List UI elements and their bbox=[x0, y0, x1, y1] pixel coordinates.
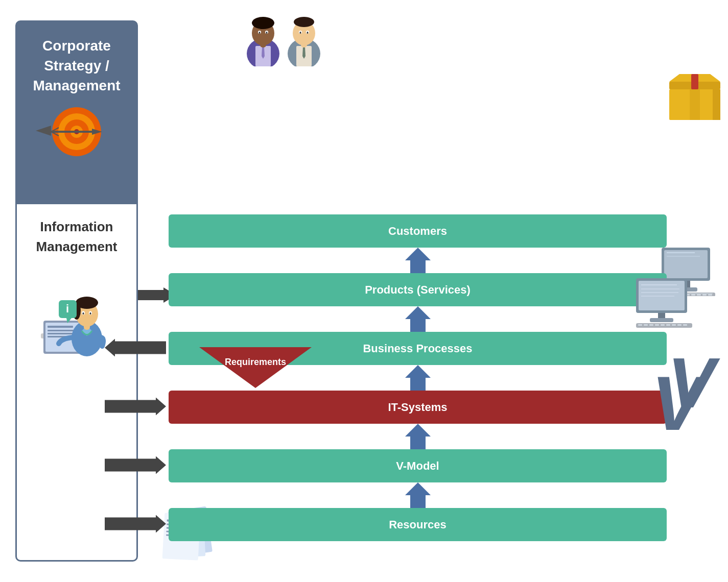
svg-marker-9 bbox=[36, 126, 51, 136]
svg-rect-72 bbox=[702, 294, 707, 296]
svg-rect-119 bbox=[672, 324, 676, 326]
v-letter-overlay: V bbox=[651, 365, 702, 442]
svg-marker-94 bbox=[405, 306, 431, 332]
target-icon bbox=[51, 106, 102, 157]
arrow-up-5 bbox=[169, 482, 667, 508]
it-systems-bar: IT-Systems bbox=[169, 391, 667, 424]
svg-rect-115 bbox=[649, 324, 653, 326]
requirements-triangle: Requirements bbox=[199, 347, 312, 390]
info-mgmt-title-line2: Management bbox=[36, 237, 118, 257]
svg-marker-103 bbox=[105, 515, 166, 532]
svg-marker-97 bbox=[105, 338, 166, 356]
svg-rect-118 bbox=[666, 324, 670, 326]
svg-rect-53 bbox=[691, 74, 698, 89]
info-mgmt-title-line1: Information bbox=[40, 217, 113, 237]
svg-text:Requirements: Requirements bbox=[225, 357, 286, 367]
svg-point-25 bbox=[83, 312, 84, 314]
corporate-title: Corporate bbox=[42, 36, 111, 56]
products-bar: Products (Services) bbox=[169, 273, 667, 306]
svg-marker-101 bbox=[105, 456, 166, 474]
monitor-overlay bbox=[633, 276, 700, 331]
it-systems-row: IT-Systems bbox=[169, 391, 667, 424]
svg-rect-113 bbox=[638, 324, 642, 326]
svg-rect-117 bbox=[661, 324, 665, 326]
svg-rect-111 bbox=[650, 318, 673, 322]
v-model-row: V-Model bbox=[169, 449, 667, 482]
svg-marker-99 bbox=[105, 397, 166, 415]
layers-stack: Customers Products (Services) bbox=[169, 168, 667, 567]
resources-bar: Resources bbox=[169, 508, 667, 541]
arrow-up-2 bbox=[169, 306, 667, 332]
svg-point-50 bbox=[307, 32, 309, 34]
svg-rect-116 bbox=[655, 324, 659, 326]
svg-rect-120 bbox=[677, 324, 682, 326]
svg-point-39 bbox=[259, 32, 261, 34]
svg-marker-100 bbox=[405, 424, 431, 449]
business-left-arrow bbox=[105, 338, 166, 358]
left-panel: Corporate Strategy / Management bbox=[0, 0, 138, 582]
it-systems-left-arrow bbox=[105, 397, 166, 417]
svg-rect-73 bbox=[708, 294, 712, 296]
business-row: Business Processes Requirements bbox=[169, 332, 667, 365]
svg-marker-55 bbox=[713, 89, 720, 120]
resources-row: Resources bbox=[169, 508, 667, 541]
customers-figures bbox=[240, 5, 327, 66]
management-title: Management bbox=[33, 76, 120, 95]
arrow-up-4 bbox=[169, 424, 667, 449]
svg-marker-98 bbox=[405, 365, 431, 391]
svg-text:i: i bbox=[66, 302, 69, 315]
svg-rect-58 bbox=[664, 250, 708, 278]
svg-marker-95 bbox=[199, 347, 312, 388]
svg-rect-56 bbox=[690, 89, 700, 120]
svg-rect-114 bbox=[644, 324, 648, 326]
corporate-strategy-box: Corporate Strategy / Management bbox=[15, 20, 138, 204]
package-icon bbox=[667, 66, 723, 125]
arrow-up-1 bbox=[169, 248, 667, 273]
svg-point-26 bbox=[90, 312, 91, 314]
svg-rect-13 bbox=[48, 326, 73, 328]
strategy-title: Strategy / bbox=[44, 56, 109, 76]
v-model-left-arrow bbox=[105, 456, 166, 476]
products-row: Products (Services) bbox=[169, 273, 667, 306]
info-mgmt-box: Information Management bbox=[15, 204, 138, 562]
svg-rect-121 bbox=[683, 324, 687, 326]
svg-marker-93 bbox=[405, 248, 431, 273]
target-arrow-left bbox=[36, 126, 51, 138]
customers-row: Customers bbox=[169, 214, 667, 248]
svg-point-46 bbox=[294, 17, 314, 27]
resources-left-arrow bbox=[105, 515, 166, 535]
svg-rect-15 bbox=[48, 333, 76, 334]
v-model-bar: V-Model bbox=[169, 449, 667, 482]
svg-marker-102 bbox=[405, 482, 431, 508]
customers-bar: Customers bbox=[169, 214, 667, 248]
svg-point-40 bbox=[266, 32, 268, 34]
svg-point-36 bbox=[252, 17, 274, 29]
svg-point-49 bbox=[300, 32, 301, 34]
